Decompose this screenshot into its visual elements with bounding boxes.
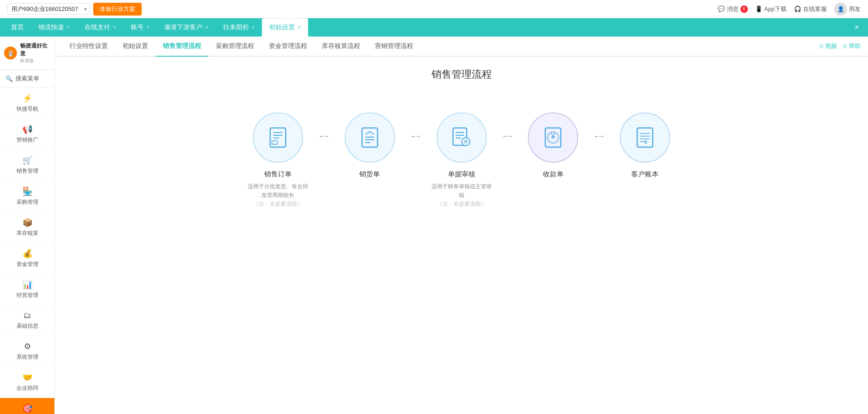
top-bar: 用户690企业1660120507 体验行业方案 💬 消息 6 📱 App下载 … bbox=[0, 0, 868, 18]
system-icon: ⚙ bbox=[24, 341, 31, 351]
sidebar-label-ops: 经营管理 bbox=[16, 292, 38, 299]
message-label: 消息 bbox=[727, 5, 739, 13]
flow-desc-sales-order: 适用于分批发货、有合同发货周期较长（注：非必要流程） bbox=[246, 182, 310, 209]
nav-close-period[interactable]: × bbox=[251, 24, 255, 31]
logo-title: 畅捷通好生意 bbox=[20, 42, 51, 58]
service-label: 在线客服 bbox=[803, 5, 827, 13]
sidebar-label-base: 基础信息 bbox=[16, 322, 38, 330]
flow-label-doc-review: 单据审核 bbox=[448, 170, 475, 179]
help-btn[interactable]: ⊙ 帮助 bbox=[842, 42, 861, 50]
sidebar-item-enterprise[interactable]: 🤝 企业协同 bbox=[0, 367, 54, 398]
nav-label-logistics: 物流快递 bbox=[38, 23, 64, 32]
sidebar-item-purchase[interactable]: 🏪 采购管理 bbox=[0, 181, 54, 212]
nav-close-init[interactable]: × bbox=[298, 24, 301, 31]
sidebar-label-system: 系统管理 bbox=[16, 353, 38, 361]
search-menu-label: 搜索菜单 bbox=[16, 74, 39, 83]
flow-step-receipt: ¥ 收款单 bbox=[512, 112, 594, 182]
inventory-icon: 📦 bbox=[22, 218, 32, 228]
nav-item-home[interactable]: 首页 bbox=[4, 18, 31, 37]
nav-item-account[interactable]: 账号 × bbox=[123, 18, 157, 37]
tab-init[interactable]: 初始设置 bbox=[115, 37, 155, 57]
nav-bar: 首页 物流快递 × 在线支付 × 账号 × 邀请下游客户 × 往来期初 × 初始… bbox=[0, 18, 868, 37]
video-btn[interactable]: ⊙ 视频 bbox=[819, 42, 837, 50]
avatar: 👤 bbox=[834, 3, 847, 16]
sidebar-item-finance[interactable]: 💰 资金管理 bbox=[0, 243, 54, 274]
nav-all-close-btn[interactable]: × bbox=[849, 18, 864, 37]
sidebar-item-system[interactable]: ⚙ 系统管理 bbox=[0, 336, 54, 367]
user-select[interactable]: 用户690企业1660120507 bbox=[7, 3, 90, 15]
message-badge: 6 bbox=[740, 5, 748, 13]
flow-circle-sales-order bbox=[253, 112, 303, 163]
marketing-icon: 📢 bbox=[22, 124, 32, 134]
nav-label-init: 初始设置 bbox=[269, 23, 295, 32]
sidebar-item-new-guide[interactable]: 🎯 新手引导 bbox=[0, 398, 54, 414]
sales-invoice-icon bbox=[357, 125, 382, 150]
nav-close-invite[interactable]: × bbox=[205, 24, 208, 31]
flow-label-sales-order: 销售订单 bbox=[264, 170, 292, 179]
receipt-icon: ¥ bbox=[541, 125, 565, 150]
logo-area: 🐰 畅捷通好生意 标准版 bbox=[0, 37, 54, 70]
message-icon: 💬 bbox=[718, 5, 725, 12]
nav-label-invite: 邀请下游客户 bbox=[164, 23, 202, 32]
user-select-wrap[interactable]: 用户690企业1660120507 bbox=[7, 3, 90, 15]
top-bar-left: 用户690企业1660120507 体验行业方案 bbox=[7, 3, 142, 16]
flow-arrow-3: ···→ bbox=[503, 112, 512, 141]
flow-step-sales-order: 销售订单 适用于分批发货、有合同发货周期较长（注：非必要流程） bbox=[237, 112, 319, 209]
nav-close-logistics[interactable]: × bbox=[67, 24, 70, 31]
search-menu[interactable]: 🔍 搜索菜单 bbox=[0, 70, 54, 88]
flow-label-sales-invoice: 销货单 bbox=[359, 170, 380, 179]
customer-service-item[interactable]: 🎧 在线客服 bbox=[794, 5, 827, 13]
purchase-icon: 🏪 bbox=[22, 186, 32, 196]
flow-circle-receipt: ¥ bbox=[528, 112, 578, 163]
sidebar-item-ops[interactable]: 📊 经营管理 bbox=[0, 274, 54, 305]
sidebar-item-sales[interactable]: 🛒 销售管理 bbox=[0, 150, 54, 181]
customer-ledger-icon: ¥ bbox=[633, 125, 657, 150]
page-content: 销售管理流程 销售订单 适用于分批发货、有合同 bbox=[55, 57, 868, 229]
app-download-item[interactable]: 📱 App下载 bbox=[755, 5, 787, 13]
user-profile-item[interactable]: 👤 用友 bbox=[834, 3, 861, 16]
flow-arrow-4: ···→ bbox=[594, 112, 604, 141]
svg-text:🐰: 🐰 bbox=[7, 49, 15, 57]
nav-item-logistics[interactable]: 物流快递 × bbox=[31, 18, 77, 37]
svg-text:¥: ¥ bbox=[550, 132, 556, 141]
app-label: App下载 bbox=[764, 5, 787, 13]
nav-label-period: 往来期初 bbox=[223, 23, 249, 32]
sidebar-label-enterprise: 企业协同 bbox=[16, 384, 38, 392]
trial-button[interactable]: 体验行业方案 bbox=[93, 3, 142, 16]
tab-inventory-flow[interactable]: 库存核算流程 bbox=[314, 37, 367, 57]
search-icon: 🔍 bbox=[5, 75, 13, 82]
tab-sales-flow[interactable]: 销售管理流程 bbox=[155, 37, 208, 57]
sidebar-item-quick-nav[interactable]: ⚡ 快捷导航 bbox=[0, 88, 54, 119]
sidebar-item-base[interactable]: 🗂 基础信息 bbox=[0, 305, 54, 336]
nav-item-init[interactable]: 初始设置 × bbox=[262, 18, 308, 37]
sidebar-item-inventory[interactable]: 📦 库存核算 bbox=[0, 212, 54, 243]
enterprise-icon: 🤝 bbox=[22, 372, 32, 382]
tab-industry[interactable]: 行业特性设置 bbox=[62, 37, 115, 57]
tab-finance-flow[interactable]: 资金管理流程 bbox=[261, 37, 314, 57]
flow-arrow-2: ···→ bbox=[411, 112, 421, 141]
sidebar-label-finance: 资金管理 bbox=[16, 260, 38, 268]
flow-step-doc-review: 单据审核 适用于财务审核或主管审核（注：非必要流程） bbox=[421, 112, 503, 209]
flow-label-receipt: 收款单 bbox=[543, 170, 564, 179]
nav-close-payment[interactable]: × bbox=[113, 24, 116, 31]
quick-nav-icon: ⚡ bbox=[22, 93, 32, 103]
svg-rect-6 bbox=[272, 141, 277, 144]
user-name-label: 用友 bbox=[849, 5, 861, 13]
nav-item-period[interactable]: 往来期初 × bbox=[216, 18, 262, 37]
tab-marketing-flow[interactable]: 营销管理流程 bbox=[367, 37, 421, 57]
message-icon-item[interactable]: 💬 消息 6 bbox=[718, 5, 748, 13]
sidebar-label-purchase: 采购管理 bbox=[16, 198, 38, 206]
sidebar-item-marketing[interactable]: 📢 营销推广 bbox=[0, 119, 54, 150]
nav-close-account[interactable]: × bbox=[146, 24, 149, 31]
sales-order-icon bbox=[266, 125, 290, 150]
tab-purchase-flow[interactable]: 采购管理流程 bbox=[208, 37, 261, 57]
content-tabs: 行业特性设置 初始设置 销售管理流程 采购管理流程 资金管理流程 库存核算流程 … bbox=[55, 37, 868, 57]
flow-diagram: 销售订单 适用于分批发货、有合同发货周期较长（注：非必要流程） ···→ bbox=[73, 103, 850, 218]
nav-item-invite[interactable]: 邀请下游客户 × bbox=[157, 18, 216, 37]
ops-icon: 📊 bbox=[22, 280, 32, 290]
nav-item-payment[interactable]: 在线支付 × bbox=[77, 18, 123, 37]
app-icon: 📱 bbox=[755, 5, 762, 12]
logo-badge: 标准版 bbox=[20, 58, 51, 64]
flow-label-customer-ledger: 客户账本 bbox=[631, 170, 659, 179]
flow-circle-doc-review bbox=[437, 112, 487, 163]
